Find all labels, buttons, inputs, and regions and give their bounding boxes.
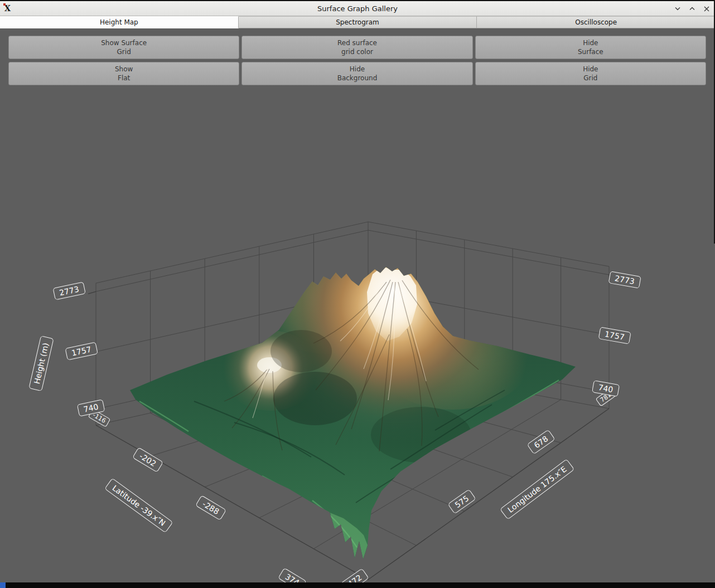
hide-background-button[interactable]: Hide Background xyxy=(241,62,472,85)
button-label: Grid xyxy=(583,74,597,82)
window-border-top xyxy=(0,0,715,1)
chevron-up-icon[interactable] xyxy=(687,4,697,14)
tab-content: Show Surface Grid Red surface grid color… xyxy=(0,28,715,582)
taskbar-fragment xyxy=(0,582,6,588)
surface-plot-view[interactable]: 2773 1757 -116 740 2773 1757 781 740 678… xyxy=(0,89,715,582)
button-label: Hide xyxy=(583,65,598,74)
button-label: Flat xyxy=(118,74,130,82)
button-label: grid color xyxy=(341,47,373,56)
tab-spectrogram[interactable]: Spectrogram xyxy=(239,16,477,28)
button-label: Surface xyxy=(578,47,603,56)
button-label: Show xyxy=(115,65,133,74)
tab-height-map[interactable]: Height Map xyxy=(0,16,239,28)
button-label: Red surface xyxy=(337,38,377,47)
button-label: Hide xyxy=(583,38,598,47)
hide-surface-button[interactable]: Hide Surface xyxy=(475,36,706,59)
app-window: X Surface Graph Gallery Height Map Spect… xyxy=(0,0,715,588)
window-controls xyxy=(673,1,712,16)
show-flat-button[interactable]: Show Flat xyxy=(8,62,239,85)
plot-controls: Show Surface Grid Red surface grid color… xyxy=(8,36,706,85)
bottom-edge xyxy=(0,582,715,588)
button-label: Hide xyxy=(350,65,365,74)
red-surface-grid-color-button[interactable]: Red surface grid color xyxy=(241,36,472,59)
button-label: Show Surface xyxy=(101,38,147,47)
titlebar: X Surface Graph Gallery xyxy=(0,1,715,16)
close-icon[interactable] xyxy=(702,4,712,14)
button-label: Grid xyxy=(117,47,131,56)
hide-grid-button[interactable]: Hide Grid xyxy=(475,62,706,85)
button-label: Background xyxy=(337,74,378,82)
chevron-down-icon[interactable] xyxy=(673,4,683,14)
app-icon: X xyxy=(4,4,13,13)
window-title: Surface Graph Gallery xyxy=(0,1,715,16)
tab-oscilloscope[interactable]: Oscilloscope xyxy=(477,16,715,28)
tab-bar: Height Map Spectrogram Oscilloscope xyxy=(0,16,715,28)
show-surface-grid-button[interactable]: Show Surface Grid xyxy=(8,36,239,59)
